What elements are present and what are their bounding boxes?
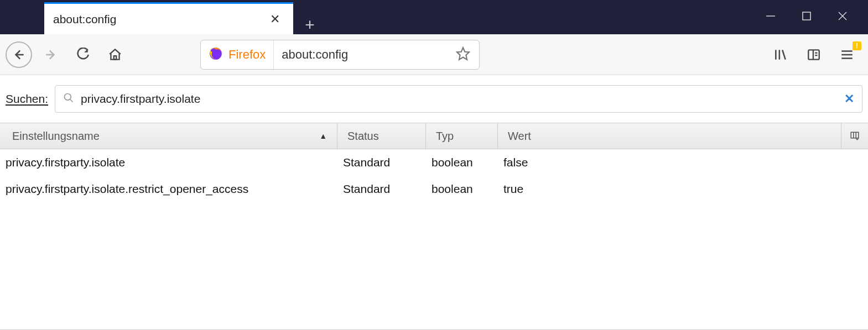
url-bar[interactable]: Firefox bbox=[200, 40, 480, 70]
sidebar-button[interactable] bbox=[802, 43, 826, 67]
identity-label: Firefox bbox=[228, 48, 266, 62]
about-config-content: Suchen: ✕ Einstellungsname ▲ Status Typ … bbox=[0, 75, 868, 330]
svg-line-20 bbox=[70, 99, 73, 102]
search-label: Suchen: bbox=[6, 92, 48, 106]
pref-status: Standard bbox=[337, 182, 426, 196]
search-input[interactable] bbox=[81, 92, 838, 106]
window-titlebar: about:config ✕ + bbox=[0, 0, 868, 34]
search-icon bbox=[63, 92, 74, 106]
identity-box[interactable]: Firefox bbox=[201, 40, 274, 69]
close-tab-icon[interactable]: ✕ bbox=[266, 10, 284, 29]
pref-value: true bbox=[498, 182, 868, 196]
svg-rect-1 bbox=[803, 12, 810, 20]
reload-button[interactable] bbox=[70, 41, 96, 68]
maximize-button[interactable] bbox=[802, 11, 812, 23]
column-type-label: Typ bbox=[436, 130, 454, 143]
app-menu-button[interactable]: ! bbox=[835, 43, 859, 67]
new-tab-button[interactable]: + bbox=[293, 15, 326, 34]
pref-name: privacy.firstparty.isolate bbox=[0, 156, 337, 169]
forward-button[interactable] bbox=[38, 41, 64, 68]
pref-table-body: privacy.firstparty.isolate Standard bool… bbox=[0, 149, 868, 329]
pref-row[interactable]: privacy.firstparty.isolate.restrict_open… bbox=[0, 176, 868, 202]
back-button[interactable] bbox=[6, 41, 32, 68]
column-header-value[interactable]: Wert bbox=[498, 123, 841, 149]
close-window-button[interactable] bbox=[837, 11, 848, 24]
pref-table-header: Einstellungsname ▲ Status Typ Wert bbox=[0, 123, 868, 149]
pref-type: boolean bbox=[426, 182, 498, 196]
svg-point-19 bbox=[65, 94, 71, 101]
pref-status: Standard bbox=[337, 156, 426, 169]
tab-title: about:config bbox=[53, 13, 266, 26]
svg-marker-8 bbox=[457, 48, 469, 60]
tab-strip: about:config ✕ + bbox=[0, 0, 765, 34]
library-button[interactable] bbox=[768, 43, 793, 67]
column-header-type[interactable]: Typ bbox=[426, 123, 498, 149]
svg-line-11 bbox=[782, 50, 785, 59]
pref-name: privacy.firstparty.isolate.restrict_open… bbox=[0, 182, 337, 196]
svg-rect-6 bbox=[114, 56, 116, 60]
column-status-label: Status bbox=[347, 130, 379, 143]
browser-tab[interactable]: about:config ✕ bbox=[44, 2, 293, 34]
pref-row[interactable]: privacy.firstparty.isolate Standard bool… bbox=[0, 149, 868, 176]
svg-rect-21 bbox=[851, 132, 859, 138]
url-input[interactable] bbox=[274, 48, 446, 62]
pref-type: boolean bbox=[426, 156, 498, 169]
search-box[interactable]: ✕ bbox=[55, 85, 862, 113]
column-name-label: Einstellungsname bbox=[12, 130, 100, 143]
navigation-toolbar: Firefox ! bbox=[0, 34, 868, 75]
sort-ascending-icon: ▲ bbox=[319, 132, 327, 140]
window-controls bbox=[765, 0, 868, 34]
home-button[interactable] bbox=[102, 41, 128, 68]
notification-badge-icon: ! bbox=[853, 41, 861, 50]
column-picker-button[interactable] bbox=[841, 131, 868, 141]
firefox-logo-icon bbox=[209, 46, 223, 63]
minimize-button[interactable] bbox=[765, 11, 776, 24]
column-header-status[interactable]: Status bbox=[337, 123, 426, 149]
toolbar-right: ! bbox=[768, 43, 862, 67]
bookmark-star-icon[interactable] bbox=[447, 46, 479, 63]
pref-value: false bbox=[498, 156, 868, 169]
column-value-label: Wert bbox=[508, 130, 531, 143]
search-row: Suchen: ✕ bbox=[0, 75, 868, 123]
column-header-name[interactable]: Einstellungsname ▲ bbox=[0, 123, 337, 149]
clear-search-icon[interactable]: ✕ bbox=[844, 92, 854, 106]
